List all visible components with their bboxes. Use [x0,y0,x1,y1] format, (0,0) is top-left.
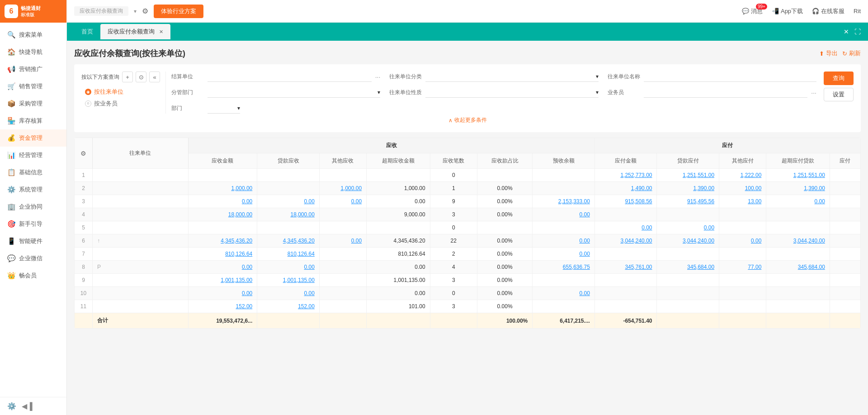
sidebar-item-member[interactable]: 👑 畅会员 [0,267,66,284]
cell-ar-loan: 810,126.64 [257,248,320,261]
sidebar-item-label: 营销推广 [19,65,42,73]
sidebar-item-wechat[interactable]: 💬 企业微信 [0,250,66,267]
logo-icon: 6 [5,5,18,18]
footer-collapse-icon[interactable]: ◀▐ [22,402,32,410]
main-area: 应收应付余额查询 ▾ ⚙ 体验行业方案 💬 消息 99+ 📲 App下载 🎧 在… [67,0,868,415]
filter-select-partner-type[interactable]: ▾ [425,72,598,82]
cell-ap-amount: 0.00 [594,221,657,234]
service-icon: 🎧 [812,8,819,14]
filter-dots-settlement[interactable]: ··· [375,73,381,81]
cell-partner [93,169,189,182]
table-row: 11 152.00 152.00 101.00 3 0.00% [75,300,861,313]
cell-index: 6 [75,234,93,248]
filter-area: 按以下方案查询 + ⊙ « ◉ 按往来单位 ○ 按业务员 [74,64,861,132]
cell-index: 10 [75,287,93,300]
cell-ar-prepaid: 2,153,333.00 [533,195,595,208]
filter-collapse-btn[interactable]: « [149,72,160,82]
sidebar: 6 畅捷通财 标准版 🔍 搜索菜单 🏠 快捷导航 📢 营销推广 🛒 销售 [0,0,67,415]
user-name[interactable]: Rit [854,8,861,14]
settings-gear-icon[interactable]: ⚙ [142,7,148,15]
sidebar-item-sales[interactable]: 🛒 销售管理 [0,78,66,95]
sidebar-item-quick-nav[interactable]: 🏠 快捷导航 [0,43,66,61]
sidebar-item-hardware[interactable]: 📱 智能硬件 [0,233,66,250]
cell-ar-count: 3 [430,274,477,287]
sidebar-item-inventory[interactable]: 🏪 库存核算 [0,112,66,129]
cell-ap-loan: 1,251,551.00 [657,169,719,182]
cell-ap-amount: 1,252,773.00 [594,169,657,182]
sidebar-item-enterprise[interactable]: 🏢 企业协同 [0,198,66,215]
cell-ar-overdue: 4,345,436.20 [367,234,430,248]
sidebar-item-guide[interactable]: 🎯 新手引导 [0,215,66,233]
online-service-btn[interactable]: 🎧 在线客服 [812,7,844,15]
export-btn[interactable]: ⬆ 导出 [819,49,838,57]
table-row: 4 18,000.00 18,000.00 9,000.00 3 0.00% 0… [75,208,861,221]
cell-ap-loan [657,274,719,287]
cell-ar-loan: 18,000.00 [257,208,320,221]
tab-maximize-icon[interactable]: ⛶ [854,28,861,35]
scheme-dot-icon: ○ [85,100,91,107]
industry-btn[interactable]: 体验行业方案 [154,5,203,18]
export-label: 导出 [826,49,838,57]
col-ar-overdue: 超期应收金额 [367,153,430,169]
col-ar-amount: 应收金额 [188,153,257,169]
cell-ar-count: 0 [430,287,477,300]
message-btn[interactable]: 💬 消息 99+ [742,7,763,15]
filter-dots-salesperson[interactable]: ··· [811,89,816,96]
filter-input-partner-name[interactable] [644,72,816,82]
cell-ar-overdue [367,169,430,182]
sidebar-item-marketing[interactable]: 📢 营销推广 [0,61,66,78]
cell-ar-amount [188,221,257,234]
filter-input-salesperson[interactable] [644,87,808,98]
filter-input-settlement[interactable] [208,72,372,82]
table-row: 7 810,126.64 810,126.64 810,126.64 2 0.0… [75,248,861,261]
scheme-partner[interactable]: ◉ 按往来单位 [81,86,160,98]
cell-ap-amount: 915,508.56 [594,195,657,208]
cell-ap-tail [830,195,860,208]
sidebar-item-finance[interactable]: 💰 资金管理 [0,129,66,147]
filter-select-subdept[interactable]: ▾ [208,103,240,114]
cell-ar-amount: 0.00 [188,195,257,208]
cell-ap-other [719,248,766,261]
cell-ar-prepaid: 655,636.75 [533,261,595,274]
table-row: 2 1,000.00 1,000.00 1,000.00 1 0.00% 1,4… [75,182,861,195]
table-settings-icon[interactable]: ⚙ [80,150,86,157]
cell-ar-prepaid: 0.00 [533,234,595,248]
query-btn[interactable]: 查询 [824,72,854,85]
cell-ar-ratio: 0.00% [477,274,532,287]
footer-settings-icon[interactable]: ⚙️ [7,402,16,410]
app-download-btn[interactable]: 📲 App下载 [772,7,803,15]
tab-close-window-icon[interactable]: ✕ [844,28,849,35]
set-btn[interactable]: 设置 [824,88,854,101]
refresh-btn[interactable]: ↻ 刷新 [842,49,861,57]
footer-ar-ratio: 100.00% [477,313,532,329]
filter-add-btn[interactable]: + [122,72,133,82]
sidebar-item-operations[interactable]: 📊 经营管理 [0,147,66,164]
filter-config-btn[interactable]: ⊙ [136,72,146,82]
cell-ap-loan [657,300,719,313]
sidebar-item-purchase[interactable]: 📦 采购管理 [0,95,66,112]
tab-ar-ap[interactable]: 应收应付余额查询 ✕ [100,24,170,39]
cell-ap-overdue: 0.00 [766,195,830,208]
cell-ar-other [319,261,366,274]
table-scroll[interactable]: ⚙ 往来单位 应收 应付 应收金额 贷款应收 其他应收 [74,138,861,329]
filter-select-dept[interactable]: ▾ [208,87,380,98]
tab-home[interactable]: 首页 [74,24,100,39]
collapse-conditions-btn[interactable]: ∧ 收起更多条件 [448,116,487,124]
message-badge: 99+ [756,4,767,10]
cell-ap-tail [830,261,860,274]
sidebar-item-system[interactable]: ⚙️ 系统管理 [0,181,66,198]
tab-bar-actions: ✕ ⛶ [844,28,861,35]
cell-ap-tail [830,287,860,300]
sidebar-item-basic-info[interactable]: 📋 基础信息 [0,164,66,181]
tab-close-icon[interactable]: ✕ [159,29,163,34]
breadcrumb-chevron-icon[interactable]: ▾ [134,8,137,14]
filter-select-partner-nature[interactable]: ▾ [425,87,598,98]
cell-ar-other [319,221,366,234]
cell-ar-other [319,287,366,300]
scheme-salesperson[interactable]: ○ 按业务员 [81,98,160,110]
basic-info-icon: 📋 [7,168,15,176]
sidebar-item-search-menu[interactable]: 🔍 搜索菜单 [0,26,66,43]
cell-ar-prepaid [533,274,595,287]
table-row: 1 0 1,252,773.00 1,251,551.00 1,222.00 1… [75,169,861,182]
select-chevron-icon: ▾ [596,73,599,80]
